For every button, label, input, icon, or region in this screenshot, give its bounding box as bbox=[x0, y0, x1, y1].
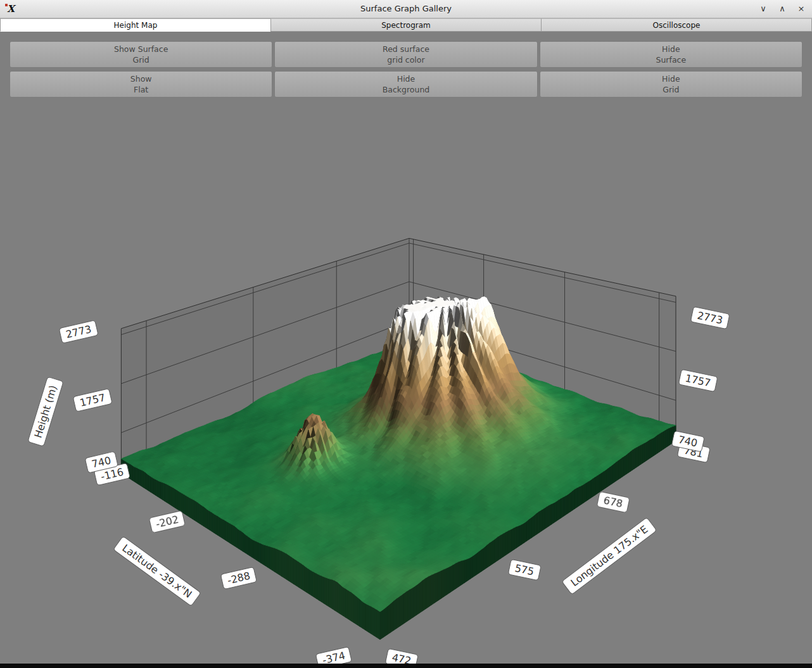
button-label: Red surface bbox=[383, 44, 429, 54]
button-label: Flat bbox=[134, 85, 148, 95]
button-label: grid color bbox=[387, 55, 424, 65]
button-label: Show bbox=[130, 74, 152, 84]
button-label: Grid bbox=[663, 85, 679, 95]
tab-bar: Height Map Spectrogram Oscilloscope bbox=[0, 18, 812, 32]
button-label: Show Surface bbox=[114, 44, 168, 54]
close-button[interactable]: × bbox=[796, 3, 807, 15]
toggle-background-button[interactable]: Hide Background bbox=[274, 71, 537, 98]
controls-grid: Show Surface Grid Red surface grid color… bbox=[10, 41, 802, 98]
surface-plot: 27731757-116740Height (m)-202-288-374Lat… bbox=[0, 100, 812, 668]
window-bottom-edge bbox=[0, 664, 812, 668]
window-controls: ∨ ∧ × bbox=[758, 0, 807, 18]
toggle-surface-grid-button[interactable]: Show Surface Grid bbox=[10, 41, 272, 68]
tab-height-map[interactable]: Height Map bbox=[0, 18, 271, 32]
titlebar: X Surface Graph Gallery ∨ ∧ × bbox=[0, 0, 812, 18]
button-label: Hide bbox=[662, 44, 680, 54]
tab-oscilloscope[interactable]: Oscilloscope bbox=[541, 18, 812, 32]
window-title: Surface Graph Gallery bbox=[0, 0, 812, 18]
minimize-button[interactable]: ∨ bbox=[758, 3, 769, 15]
button-label: Hide bbox=[662, 74, 680, 84]
tab-spectrogram[interactable]: Spectrogram bbox=[270, 18, 542, 32]
button-label: Background bbox=[383, 85, 430, 95]
maximize-button[interactable]: ∧ bbox=[777, 3, 788, 15]
button-label: Hide bbox=[397, 74, 416, 84]
surface-grid-color-button[interactable]: Red surface grid color bbox=[274, 41, 537, 68]
toggle-surface-button[interactable]: Hide Surface bbox=[540, 41, 802, 68]
button-label: Surface bbox=[656, 55, 687, 65]
toggle-flat-button[interactable]: Show Flat bbox=[10, 71, 272, 98]
app-window: X Surface Graph Gallery ∨ ∧ × Height Map… bbox=[0, 0, 812, 668]
button-label: Grid bbox=[133, 55, 149, 65]
toggle-grid-button[interactable]: Hide Grid bbox=[540, 71, 802, 98]
